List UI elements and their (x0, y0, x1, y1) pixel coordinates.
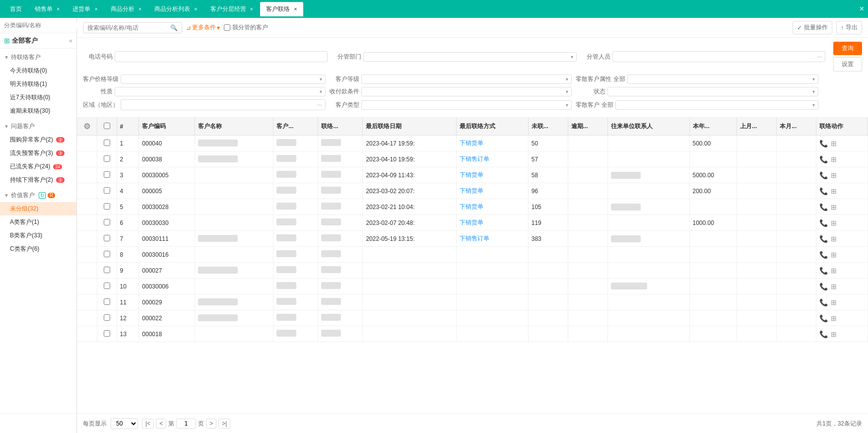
close-app-button[interactable]: × (860, 4, 864, 13)
close-tab-purchase[interactable]: × (94, 6, 97, 12)
scatter-attr-select[interactable]: ▾ (627, 74, 818, 84)
phone-action-icon[interactable]: 📞 (819, 155, 828, 163)
close-tab-analysis-list[interactable]: × (194, 6, 197, 12)
close-tab-sales[interactable]: × (57, 6, 60, 12)
price-grade-select[interactable]: ▾ (121, 74, 326, 84)
grid-action-icon[interactable]: ⊞ (831, 314, 837, 322)
tree-class-c[interactable]: C类客户(6) (0, 242, 76, 256)
phone-action-icon[interactable]: 📞 (819, 251, 828, 259)
tree-class-a[interactable]: A类客户(1) (0, 216, 76, 229)
section-pending-contact[interactable]: ▼ 待联络客户 (0, 51, 76, 64)
last-method-link[interactable]: 下销货单 (460, 140, 483, 146)
sidebar-search-input[interactable] (4, 22, 78, 29)
next-page-button[interactable]: > (206, 419, 216, 429)
last-method-link[interactable]: 下销货单 (460, 187, 483, 194)
main-search-icon[interactable]: 🔍 (170, 24, 178, 31)
last-method-link[interactable]: 下销售订单 (460, 235, 489, 242)
tab-analysis[interactable]: 商品分析 × (105, 2, 147, 16)
row-checkbox[interactable] (104, 251, 110, 257)
grid-action-icon[interactable]: ⊞ (831, 235, 837, 243)
person-select[interactable]: ··· (612, 51, 825, 62)
grid-action-icon[interactable]: ⊞ (831, 267, 837, 275)
close-tab-customer-ops[interactable]: × (250, 6, 253, 12)
tree-overdue-contact[interactable]: 逾期未联络(30) (0, 104, 76, 118)
row-checkbox[interactable] (104, 298, 110, 305)
section-problem-customers[interactable]: ▼ 问题客户 (0, 120, 76, 133)
query-button[interactable]: 查询 (833, 42, 862, 55)
tab-customer-contact[interactable]: 客户联络 × (260, 2, 303, 16)
first-page-button[interactable]: |< (142, 419, 154, 429)
tab-analysis-list[interactable]: 商品分析列表 × (148, 2, 203, 16)
row-checkbox[interactable] (104, 171, 110, 178)
close-tab-analysis[interactable]: × (138, 6, 141, 12)
row-checkbox[interactable] (104, 219, 110, 225)
sidebar-collapse-icon[interactable]: « (69, 37, 72, 44)
tree-today-contact[interactable]: 今天待联络(0) (0, 64, 76, 77)
phone-action-icon[interactable]: 📞 (819, 140, 828, 147)
all-customers-row[interactable]: ⊞ 全部客户 « (0, 33, 76, 49)
row-checkbox[interactable] (104, 330, 110, 337)
grid-action-icon[interactable]: ⊞ (831, 298, 837, 306)
per-page-select[interactable]: 50 100 (111, 418, 138, 429)
refresh-icon[interactable]: ↻ (39, 192, 46, 199)
phone-action-icon[interactable]: 📞 (819, 219, 828, 227)
select-all-checkbox[interactable] (104, 123, 110, 129)
row-checkbox[interactable] (104, 314, 110, 321)
row-checkbox[interactable] (104, 187, 110, 194)
settings-icon[interactable]: ⚙ (83, 122, 90, 131)
phone-action-icon[interactable]: 📞 (819, 298, 828, 306)
row-checkbox[interactable] (104, 235, 110, 241)
tree-declining[interactable]: 持续下滑客户(2) ② (0, 173, 76, 187)
grid-action-icon[interactable]: ⊞ (831, 187, 837, 195)
phone-input[interactable] (115, 51, 328, 62)
tree-warning[interactable]: 流失预警客户(3) ③ (0, 146, 76, 160)
grid-action-icon[interactable]: ⊞ (831, 140, 837, 147)
last-page-button[interactable]: >| (218, 419, 230, 429)
tree-abnormal[interactable]: 囤购异常客户(2) ② (0, 133, 76, 146)
tab-customer-ops[interactable]: 客户分层经营 × (204, 2, 259, 16)
nature-select[interactable]: ▾ (115, 87, 326, 96)
tree-lost[interactable]: 已流失客户(24) 24 (0, 160, 76, 173)
phone-action-icon[interactable]: 📞 (819, 283, 828, 290)
dept-select[interactable]: ▾ (363, 52, 576, 62)
region-select[interactable]: ··· (121, 99, 326, 110)
phone-action-icon[interactable]: 📞 (819, 171, 828, 179)
row-checkbox[interactable] (104, 283, 110, 289)
grid-action-icon[interactable]: ⊞ (831, 251, 837, 259)
tab-sales[interactable]: 销售单 × (29, 2, 66, 16)
grid-action-icon[interactable]: ⊞ (831, 330, 837, 338)
page-number-input[interactable] (176, 419, 196, 429)
tree-unclassified[interactable]: 未分组(32) (0, 202, 76, 216)
payment-select[interactable]: ▾ (361, 87, 572, 96)
my-customers-check[interactable] (224, 24, 230, 31)
export-button[interactable]: ↑ 导出 (836, 21, 862, 34)
row-checkbox[interactable] (104, 140, 110, 146)
tree-tomorrow-contact[interactable]: 明天待联络(1) (0, 77, 76, 91)
tree-class-b[interactable]: B类客户(33) (0, 229, 76, 242)
row-checkbox[interactable] (104, 155, 110, 162)
table-container[interactable]: ⚙ # 客户编码 客户名称 客户... 联络... (77, 118, 868, 414)
reset-button[interactable]: 设置 (833, 57, 862, 72)
row-checkbox[interactable] (104, 203, 110, 210)
phone-action-icon[interactable]: 📞 (819, 330, 828, 338)
main-search-input[interactable] (87, 24, 168, 31)
scatter-customer-select[interactable]: ▾ (615, 100, 818, 110)
phone-action-icon[interactable]: 📞 (819, 187, 828, 195)
row-checkbox[interactable] (104, 267, 110, 273)
section-value-customers[interactable]: ▼ 价值客户 ↻ R (0, 189, 76, 202)
phone-action-icon[interactable]: 📞 (819, 203, 828, 211)
col-code[interactable]: 客户编码 (139, 118, 195, 136)
phone-action-icon[interactable]: 📞 (819, 235, 828, 243)
tab-purchase[interactable]: 进货单 × (67, 2, 103, 16)
grid-action-icon[interactable]: ⊞ (831, 283, 837, 290)
last-method-link[interactable]: 下销售订单 (460, 155, 489, 162)
tree-week-contact[interactable]: 近7天待联络(0) (0, 91, 76, 104)
grid-action-icon[interactable]: ⊞ (831, 171, 837, 179)
grid-action-icon[interactable]: ⊞ (831, 155, 837, 163)
grid-action-icon[interactable]: ⊞ (831, 219, 837, 227)
customer-type-select[interactable]: ▾ (361, 100, 572, 110)
prev-page-button[interactable]: < (156, 419, 166, 429)
phone-action-icon[interactable]: 📞 (819, 314, 828, 322)
last-method-link[interactable]: 下销货单 (460, 219, 483, 226)
batch-op-button[interactable]: ✓ 批量操作 (793, 21, 832, 34)
